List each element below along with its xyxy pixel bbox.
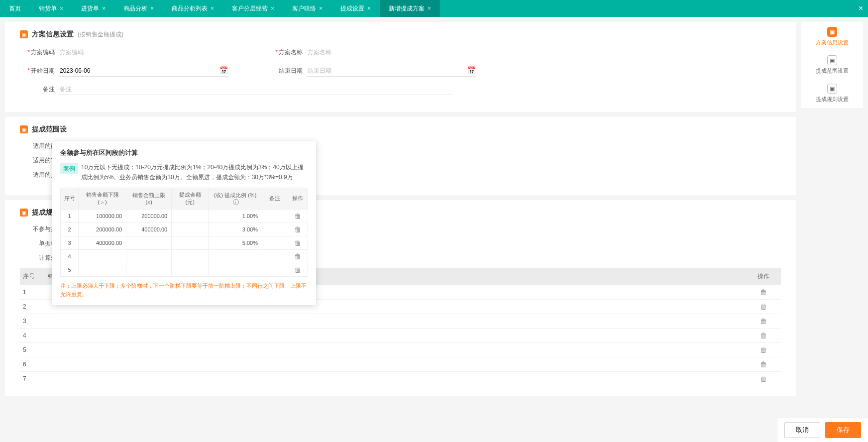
rail-icon: ▣ — [827, 55, 837, 65]
cell-seq: 4 — [20, 329, 45, 343]
calendar-icon[interactable]: 📅 — [467, 66, 476, 74]
start-date-input[interactable] — [59, 65, 228, 77]
cell-amount — [172, 209, 209, 222]
cell-upper: 200000.00 — [126, 209, 172, 222]
close-icon[interactable]: × — [102, 0, 106, 17]
example-popover: 全额参与所在区间段的计算 案例 10万元以下无提成；10-20万元提成比例为1%… — [52, 141, 316, 305]
table-row[interactable]: 5🗑 — [20, 343, 781, 357]
tab-bar: 首页 销货单× 进货单× 商品分析× 商品分析列表× 客户分层经营× 客户联络×… — [0, 0, 868, 17]
close-icon[interactable]: × — [60, 0, 63, 17]
tab-product-analysis[interactable]: 商品分析× — [114, 0, 163, 17]
footer-actions: 取消 保存 — [777, 418, 868, 431]
tab-sales[interactable]: 销货单× — [30, 0, 72, 17]
cell-seq: 1 — [61, 209, 79, 222]
cell-ratio: 1.00% — [209, 209, 262, 222]
close-icon[interactable]: × — [271, 0, 274, 17]
close-icon[interactable]: × — [367, 0, 371, 17]
close-icon[interactable]: × — [211, 0, 214, 17]
section-plan-info: ▣ 方案信息设置 (按销售金额提成) *方案编码 *方案名称 *开始日期 — [5, 22, 796, 112]
section-subtitle: (按销售金额提成) — [78, 30, 123, 39]
save-button[interactable]: 保存 — [825, 422, 861, 431]
delete-icon[interactable]: 🗑 — [760, 346, 767, 354]
close-all-icon[interactable]: × — [859, 4, 863, 13]
calendar-icon[interactable]: 📅 — [219, 66, 228, 74]
cell-amount — [172, 263, 209, 276]
tab-label: 新增提成方案 — [389, 0, 425, 17]
plan-name-input[interactable] — [307, 47, 476, 58]
rail-item-info[interactable]: ▣ 方案信息设置 — [816, 27, 849, 46]
delete-icon[interactable]: 🗑 — [760, 332, 767, 339]
tab-label: 进货单 — [81, 0, 99, 17]
delete-icon[interactable]: 🗑 — [760, 303, 767, 311]
rail-item-rule[interactable]: ▣ 提成规则设置 — [816, 84, 849, 103]
rail-icon: ▣ — [827, 84, 837, 94]
field-label-name: *方案名称 — [268, 48, 303, 57]
cell-seq: 4 — [61, 249, 79, 263]
tab-commission-settings[interactable]: 提成设置× — [331, 0, 380, 17]
tab-label: 商品分析列表 — [172, 0, 208, 17]
field-label-remark: 备注 — [20, 85, 55, 94]
delete-icon[interactable]: 🗑 — [760, 375, 767, 383]
tab-customer-tier[interactable]: 客户分层经营× — [223, 0, 283, 17]
cancel-button[interactable]: 取消 — [784, 422, 820, 431]
cell-ratio — [209, 263, 262, 276]
section-title: 提成范围设 — [32, 125, 67, 134]
popover-note: 注：上限必须大于下限；多个阶梯时，下一个阶梯下限要等于前一阶梯上限；不同行之间下… — [60, 282, 308, 299]
cell-op: 🗑 — [287, 236, 308, 249]
table-row[interactable]: 4🗑 — [20, 329, 781, 343]
cell-remark — [262, 263, 287, 276]
cell-lower: 200000.00 — [79, 222, 126, 236]
close-icon[interactable]: × — [428, 0, 431, 17]
remark-input[interactable] — [59, 84, 452, 95]
close-icon[interactable]: × — [150, 0, 154, 17]
table-row: 3400000.005.00%🗑 — [61, 236, 308, 249]
end-date-input[interactable] — [307, 65, 476, 77]
cell-seq: 2 — [61, 222, 79, 236]
cell-lower — [79, 249, 126, 263]
cell-amount — [172, 249, 209, 263]
close-icon[interactable]: × — [319, 0, 323, 17]
pop-col-ratio: (或) 提成比例 (%)i — [209, 188, 262, 209]
cell-remark — [262, 209, 287, 222]
cell-seq: 2 — [20, 300, 45, 314]
anchor-rail: ▣ 方案信息设置 ▣ 提成范围设置 ▣ 提成规则设置 — [801, 22, 863, 108]
cell-seq: 3 — [20, 314, 45, 329]
cell-ratio: 3.00% — [209, 222, 262, 236]
pop-col-upper: 销售金额上限 (≤) — [126, 188, 172, 209]
table-row[interactable]: 3🗑 — [20, 314, 781, 329]
delete-icon[interactable]: 🗑 — [760, 317, 767, 325]
cell-upper — [126, 236, 172, 249]
delete-icon[interactable]: 🗑 — [294, 212, 301, 220]
delete-icon[interactable]: 🗑 — [294, 266, 301, 274]
pop-col-op: 操作 — [287, 188, 308, 209]
table-row[interactable]: 6🗑 — [20, 357, 781, 372]
tab-label: 客户分层经营 — [232, 0, 268, 17]
cell-seq: 3 — [61, 236, 79, 249]
table-row[interactable]: 7🗑 — [20, 372, 781, 386]
tab-purchase[interactable]: 进货单× — [72, 0, 114, 17]
cell-op: 🗑 — [287, 209, 308, 222]
section-icon: ▣ — [20, 30, 28, 38]
tab-product-analysis-list[interactable]: 商品分析列表× — [163, 0, 223, 17]
cell-lower: 100000.00 — [79, 209, 126, 222]
delete-icon[interactable]: 🗑 — [760, 288, 767, 296]
field-label-end: 结束日期 — [268, 67, 303, 75]
info-icon[interactable]: i — [233, 199, 239, 205]
pop-col-amount: 提成金额 (元) — [172, 188, 209, 209]
delete-icon[interactable]: 🗑 — [760, 360, 767, 368]
rail-connector — [832, 47, 832, 54]
section-title: 方案信息设置 — [32, 30, 74, 39]
tab-home[interactable]: 首页 — [0, 0, 30, 17]
tab-new-commission-plan[interactable]: 新增提成方案× — [380, 0, 440, 17]
delete-icon[interactable]: 🗑 — [294, 252, 301, 260]
example-tag: 案例 — [60, 163, 78, 174]
tab-customer-contact[interactable]: 客户联络× — [283, 0, 331, 17]
table-row: 1100000.00200000.001.00%🗑 — [61, 209, 308, 222]
delete-icon[interactable]: 🗑 — [294, 239, 301, 247]
cell-amount — [172, 236, 209, 249]
rail-item-scope[interactable]: ▣ 提成范围设置 — [816, 55, 849, 75]
plan-code-input[interactable] — [59, 47, 228, 58]
delete-icon[interactable]: 🗑 — [294, 225, 301, 233]
cell-lower: 400000.00 — [79, 236, 126, 249]
rail-connector — [832, 76, 832, 83]
